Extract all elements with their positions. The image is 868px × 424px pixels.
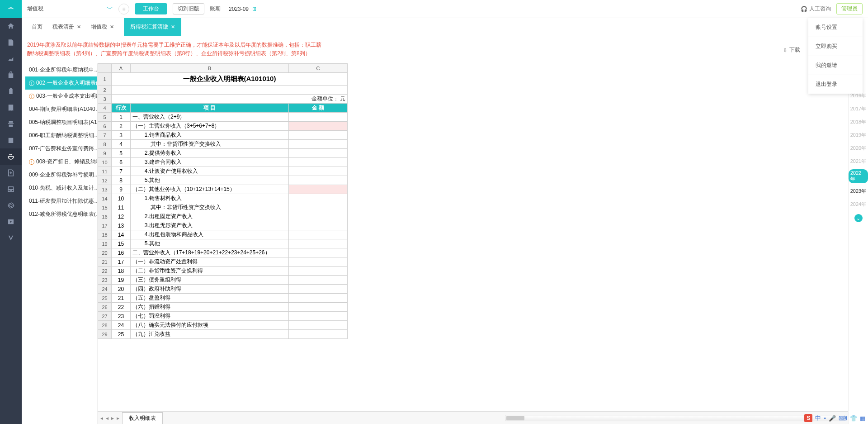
consult-label: 人工咨询	[809, 5, 831, 13]
download-button[interactable]: ⇩ 下载	[783, 46, 800, 54]
close-icon[interactable]: ✕	[171, 24, 175, 30]
rail-bowl-icon[interactable]	[0, 148, 22, 165]
tab[interactable]: 首页	[32, 18, 42, 36]
ime-i1[interactable]: •	[824, 415, 826, 422]
dropdown-item[interactable]: 账号设置	[808, 18, 863, 37]
tax-type-combo[interactable]: 增值税 ﹀	[27, 5, 113, 13]
year-item[interactable]: 2023年	[849, 186, 867, 196]
year-more-icon[interactable]: ⌄	[854, 214, 863, 222]
rail-v-icon[interactable]	[0, 230, 22, 246]
consult-button[interactable]: 🎧 人工咨询	[801, 5, 831, 13]
page-tabs: 首页税表清册✕增值税✕所得税汇算清缴✕	[22, 18, 868, 36]
form-item-label: 007-广告费和业务宣传费跨…	[29, 145, 97, 152]
form-list: 001-企业所得税年度纳税申…!002-一般企业收入明细表(A1…!003-一般…	[25, 63, 98, 424]
rail-inbox-icon[interactable]	[0, 181, 22, 197]
form-item-label: 004-期间费用明细表(A1040…	[29, 105, 97, 113]
tab-label: 税表清册	[52, 23, 74, 31]
form-list-item[interactable]: 010-免税、减计收入及加计…	[25, 181, 97, 195]
form-item-label: 012-减免所得税优惠明细表(…	[29, 210, 97, 218]
nav-rail	[0, 0, 22, 424]
form-item-label: 009-企业所得税弥补亏损明…	[29, 171, 97, 179]
form-item-label: 002-一般企业收入明细表(A1…	[36, 79, 97, 87]
form-item-label: 011-研发费用加计扣除优惠…	[29, 197, 97, 205]
form-item-label: 006-职工薪酬纳税调整明细…	[29, 132, 97, 139]
logo-icon	[0, 0, 22, 18]
spreadsheet: ABC1一般企业收入明细表(A101010)23金额单位： 元4行次项 目金 额…	[98, 63, 848, 424]
list-button[interactable]: ≡	[118, 4, 129, 14]
calendar-icon: 🗓	[252, 6, 257, 12]
form-list-item[interactable]: 001-企业所得税年度纳税申…	[25, 63, 97, 76]
ime-i4[interactable]: 👕	[850, 415, 857, 422]
rail-receipt-icon[interactable]	[0, 100, 22, 116]
warning-icon: !	[29, 94, 34, 99]
sheet-footer: ◂◂▸▸ 收入明细表	[98, 411, 848, 424]
form-list-item[interactable]: 007-广告费和业务宣传费跨…	[25, 142, 97, 155]
warning-notice: 2019年度涉及取以前年度结转数据的申报表单元格需要手工维护正确，才能保证本年及…	[27, 41, 326, 58]
form-list-item[interactable]: 004-期间费用明细表(A1040…	[25, 103, 97, 116]
rail-video-icon[interactable]	[0, 214, 22, 230]
year-item[interactable]: 2019年	[849, 130, 867, 140]
tab[interactable]: 税表清册✕	[52, 18, 81, 36]
grid-table[interactable]: ABC1一般企业收入明细表(A101010)23金额单位： 元4行次项 目金 额…	[98, 63, 348, 339]
close-icon[interactable]: ✕	[110, 24, 114, 30]
h-scrollbar[interactable]	[505, 415, 844, 421]
form-list-item[interactable]: 005-纳税调整项目明细表(A1…	[25, 116, 97, 129]
year-rail: 2016年2017年2018年2019年2020年2021年2022年2023年…	[848, 63, 868, 424]
tax-type-label: 增值税	[27, 5, 43, 13]
chevron-down-icon: ﹀	[107, 5, 113, 13]
close-icon[interactable]: ✕	[77, 24, 81, 30]
sheet-tab[interactable]: 收入明细表	[122, 412, 163, 424]
ime-mode[interactable]: 中	[815, 414, 821, 422]
workbench-button[interactable]: 工作台	[135, 3, 167, 14]
rail-export-icon[interactable]	[0, 165, 22, 181]
ime-i5[interactable]: ▦	[860, 415, 865, 422]
year-item[interactable]: 2021年	[849, 156, 867, 167]
rail-home-icon[interactable]	[0, 18, 22, 34]
tab-label: 首页	[32, 23, 42, 31]
tab[interactable]: 增值税✕	[91, 18, 114, 36]
rail-stamp-icon[interactable]	[0, 116, 22, 132]
rail-doc-icon[interactable]	[0, 34, 22, 51]
sheet-nav-arrows[interactable]: ◂◂▸▸	[98, 415, 122, 421]
dropdown-item[interactable]: 退出登录	[808, 75, 863, 94]
tab-label: 增值税	[91, 23, 107, 31]
year-item[interactable]: 2020年	[849, 143, 867, 153]
year-item[interactable]: 2024年	[849, 199, 867, 210]
rail-calendar-icon[interactable]	[0, 132, 22, 148]
warning-icon: !	[29, 81, 34, 86]
switch-old-button[interactable]: 切到旧版	[173, 3, 204, 14]
form-item-label: 005-纳税调整项目明细表(A1…	[29, 119, 97, 126]
rail-chart-icon[interactable]	[0, 51, 22, 67]
ime-i3[interactable]: ⌨	[839, 415, 847, 422]
dropdown-item[interactable]: 立即购买	[808, 37, 863, 56]
period-picker[interactable]: 2023-09 🗓	[226, 6, 257, 12]
form-list-item[interactable]: !008-资产折旧、摊销及纳税…	[25, 155, 97, 168]
form-list-item[interactable]: 009-企业所得税弥补亏损明…	[25, 168, 97, 181]
admin-button[interactable]: 管理员	[836, 3, 863, 14]
form-list-item[interactable]: 012-减免所得税优惠明细表(…	[25, 208, 97, 221]
year-item[interactable]: 2022年	[849, 169, 868, 183]
form-item-label: 008-资产折旧、摊销及纳税…	[36, 158, 97, 166]
form-list-item[interactable]: !003-一般企业成本支出明细…	[25, 90, 97, 103]
warning-icon: !	[29, 159, 34, 165]
user-dropdown: 账号设置立即购买我的邀请退出登录	[808, 18, 863, 94]
period-value: 2023-09	[229, 6, 249, 12]
dropdown-item[interactable]: 我的邀请	[808, 56, 863, 75]
form-item-label: 001-企业所得税年度纳税申…	[29, 66, 97, 74]
form-list-item[interactable]: !002-一般企业收入明细表(A1…	[25, 76, 97, 90]
ime-i2[interactable]: 🎤	[829, 415, 836, 422]
rail-clipboard-icon[interactable]	[0, 83, 22, 100]
form-list-item[interactable]: 011-研发费用加计扣除优惠…	[25, 195, 97, 208]
topbar: 增值税 ﹀ ≡ 工作台 切到旧版 账期 2023-09 🗓 🎧 人工咨询 管理员	[22, 0, 868, 18]
tab-label: 所得税汇算清缴	[130, 23, 168, 31]
form-list-item[interactable]: 006-职工薪酬纳税调整明细…	[25, 129, 97, 142]
year-item[interactable]: 2018年	[849, 117, 867, 127]
year-item[interactable]: 2017年	[849, 104, 867, 114]
ime-bar: S 中 • 🎤 ⌨ 👕 ▦	[804, 414, 865, 422]
form-item-label: 010-免税、减计收入及加计…	[29, 184, 97, 192]
sogou-icon[interactable]: S	[804, 414, 812, 422]
rail-gear-icon[interactable]	[0, 197, 22, 214]
period-label: 账期	[210, 5, 221, 13]
rail-bag-icon[interactable]	[0, 67, 22, 83]
tab[interactable]: 所得税汇算清缴✕	[124, 18, 181, 36]
